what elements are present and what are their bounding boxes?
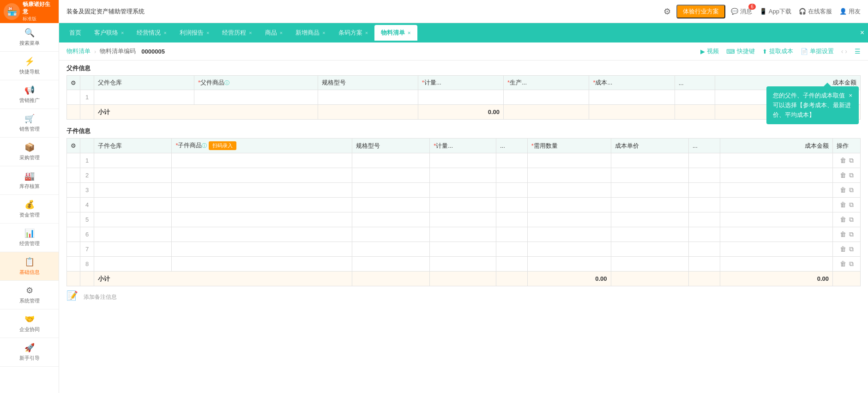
tab-close-new-products[interactable]: ×	[322, 30, 325, 36]
child-cell-spec[interactable]	[352, 183, 429, 198]
child-cell-warehouse[interactable]	[94, 227, 172, 242]
tab-profit[interactable]: 利润报告 ×	[173, 25, 216, 41]
tab-products[interactable]: 商品 ×	[259, 25, 289, 41]
child-cell-needed-qty[interactable]	[527, 242, 611, 257]
child-cell-warehouse[interactable]	[94, 168, 172, 183]
next-arrow[interactable]: ›	[845, 48, 847, 55]
child-cell-measure[interactable]	[430, 198, 496, 212]
child-cell-product[interactable]	[172, 212, 352, 227]
delete-row-icon[interactable]: 🗑	[840, 157, 846, 164]
delete-row-icon[interactable]: 🗑	[840, 216, 846, 224]
copy-row-icon[interactable]: ⧉	[849, 245, 854, 253]
child-cell-needed-qty[interactable]	[527, 168, 611, 183]
child-cell-warehouse[interactable]	[94, 242, 172, 257]
grid-view-icon[interactable]: ☰	[855, 48, 861, 55]
child-cell-warehouse[interactable]	[94, 153, 172, 168]
child-cell-spec[interactable]	[352, 212, 429, 227]
sidebar-item-purchase[interactable]: 📦 采购管理	[0, 138, 59, 166]
tab-barcode[interactable]: 条码方案 ×	[332, 25, 374, 41]
child-cell-cost-price[interactable]	[611, 168, 688, 183]
single-settings-action[interactable]: 📄 单据设置	[801, 47, 834, 55]
child-cell-cost-price[interactable]	[611, 198, 688, 212]
child-cell-measure[interactable]	[430, 183, 496, 198]
extract-cost-action[interactable]: ⬆ 提取成本	[762, 47, 793, 55]
shortcut-action[interactable]: ⌨ 快捷键	[726, 47, 755, 55]
parent-cell-measure[interactable]	[418, 90, 503, 105]
copy-row-icon[interactable]: ⧉	[849, 201, 854, 209]
sidebar-item-basic[interactable]: 📋 基础信息	[0, 252, 59, 281]
child-cell-measure[interactable]	[430, 153, 496, 168]
child-cell-needed-qty[interactable]	[527, 183, 611, 198]
child-cell-cost-price[interactable]	[611, 212, 688, 227]
delete-row-icon[interactable]: 🗑	[840, 260, 846, 268]
parent-cell-product[interactable]	[194, 90, 318, 105]
tab-bom[interactable]: 物料清单 ×	[374, 25, 417, 41]
child-cell-needed-qty[interactable]	[527, 257, 611, 272]
child-cell-product[interactable]	[172, 168, 352, 183]
tab-close-barcode[interactable]: ×	[365, 30, 368, 36]
tab-close-customers[interactable]: ×	[121, 30, 124, 36]
close-all-tabs-button[interactable]: ×	[860, 29, 864, 37]
sidebar-item-operations[interactable]: 📊 经营管理	[0, 224, 59, 252]
sidebar-item-marketing[interactable]: 📢 营销推广	[0, 80, 59, 109]
child-cell-warehouse[interactable]	[94, 212, 172, 227]
tab-close-operations[interactable]: ×	[163, 30, 166, 36]
tab-customers[interactable]: 客户联络 ×	[88, 25, 130, 41]
parent-cell-cost[interactable]	[589, 90, 675, 105]
tab-operations-status[interactable]: 经营情况 ×	[130, 25, 173, 41]
child-cell-needed-qty[interactable]	[527, 227, 611, 242]
child-cell-spec[interactable]	[352, 198, 429, 212]
app-download-action[interactable]: 📱 App下载	[760, 7, 791, 16]
sidebar-item-inventory[interactable]: 🏭 库存核算	[0, 166, 59, 195]
child-cell-product[interactable]	[172, 242, 352, 257]
child-cell-product[interactable]	[172, 183, 352, 198]
parent-cell-production[interactable]	[504, 90, 589, 105]
parent-cell-warehouse[interactable]	[94, 90, 194, 105]
sidebar-item-finance[interactable]: 💰 资金管理	[0, 195, 59, 224]
sidebar-item-system[interactable]: ⚙ 系统管理	[0, 281, 59, 309]
tab-history[interactable]: 经营历程 ×	[216, 25, 258, 41]
parent-cell-spec[interactable]	[318, 90, 418, 105]
child-cell-spec[interactable]	[352, 257, 429, 272]
child-cell-needed-qty[interactable]	[527, 198, 611, 212]
sidebar-item-guide[interactable]: 🚀 新手引导	[0, 338, 59, 367]
delete-row-icon[interactable]: 🗑	[840, 230, 846, 238]
prev-arrow[interactable]: ‹	[841, 48, 844, 55]
child-cell-cost-price[interactable]	[611, 257, 688, 272]
child-cell-product[interactable]	[172, 227, 352, 242]
child-cell-cost-price[interactable]	[611, 183, 688, 198]
child-cell-needed-qty[interactable]	[527, 212, 611, 227]
child-cell-measure[interactable]	[430, 242, 496, 257]
user-action[interactable]: 👤 用友	[839, 7, 861, 16]
copy-row-icon[interactable]: ⧉	[849, 171, 854, 179]
scan-input-button[interactable]: 扫码录入	[209, 141, 236, 150]
tab-close-bom[interactable]: ×	[408, 30, 410, 36]
child-col-settings[interactable]: ⚙	[67, 139, 80, 153]
online-service-action[interactable]: 🎧 在线客服	[799, 7, 832, 16]
delete-row-icon[interactable]: 🗑	[840, 201, 846, 209]
tab-close-history[interactable]: ×	[249, 30, 252, 36]
parent-col-settings[interactable]: ⚙	[67, 76, 80, 90]
delete-row-icon[interactable]: 🗑	[840, 245, 846, 253]
child-cell-measure[interactable]	[430, 168, 496, 183]
tab-close-products[interactable]: ×	[280, 30, 283, 36]
child-cell-spec[interactable]	[352, 227, 429, 242]
video-action[interactable]: ▶ 视频	[700, 47, 719, 55]
child-cell-spec[interactable]	[352, 168, 429, 183]
sidebar-item-cooperation[interactable]: 🤝 企业协同	[0, 309, 59, 338]
child-cell-needed-qty[interactable]	[527, 153, 611, 168]
sidebar-item-quicknav[interactable]: ⚡ 快捷导航	[0, 52, 59, 80]
tab-new-products[interactable]: 新增商品 ×	[289, 25, 332, 41]
copy-row-icon[interactable]: ⧉	[849, 216, 854, 224]
child-cell-cost-price[interactable]	[611, 227, 688, 242]
child-cell-cost-price[interactable]	[611, 153, 688, 168]
breadcrumb-current[interactable]: 物料清单	[66, 47, 90, 55]
child-cell-spec[interactable]	[352, 242, 429, 257]
copy-row-icon[interactable]: ⧉	[849, 260, 854, 268]
child-cell-spec[interactable]	[352, 153, 429, 168]
delete-row-icon[interactable]: 🗑	[840, 171, 846, 179]
tab-home[interactable]: 首页	[63, 25, 88, 41]
settings-gear-button[interactable]: ⚙	[663, 6, 671, 17]
child-cell-product[interactable]	[172, 257, 352, 272]
child-cell-product[interactable]	[172, 198, 352, 212]
